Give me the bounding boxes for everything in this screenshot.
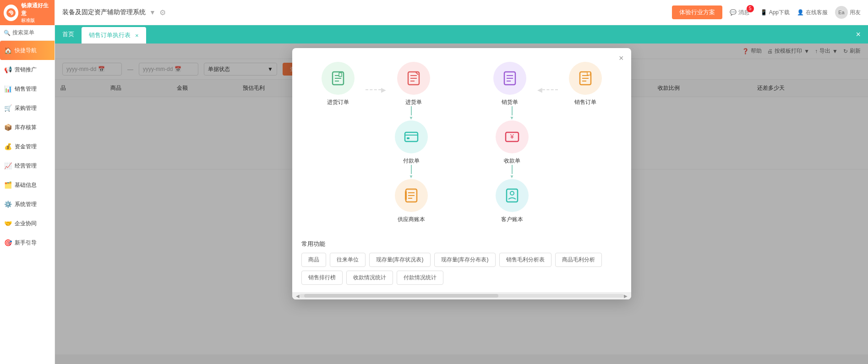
sidebar-logo: 畅康通好生意 标准版 — [0, 0, 55, 25]
app-subtitle: 标准版 — [21, 17, 51, 24]
content-area: ❓ 帮助 🖨 按模板打印 ▼ ↑ 导出 ▼ ↻ 刷新 yyyy-mm-dd � — [55, 43, 868, 364]
flow-node-supplier-ledger[interactable]: 供应商账本 — [384, 179, 439, 223]
message-badge: 5 — [747, 5, 754, 12]
sidebar-search[interactable]: 🔍 搜索菜单 — [0, 25, 55, 41]
tab-sales-order[interactable]: 销售订单执行表 × — [82, 27, 146, 43]
sidebar-nav: 🏠 快捷导航 📢 营销推广 📊 销售管理 🛒 采购管理 📦 库存核算 💰 资金管… — [0, 41, 55, 364]
sidebar-item-system[interactable]: ⚙️ 系统管理 — [0, 195, 55, 214]
svg-rect-18 — [587, 72, 590, 75]
flow-node-receipt[interactable]: ¥ 收款单 — [485, 120, 540, 165]
receipt-label: 收款单 — [504, 157, 520, 165]
tab-close-icon[interactable]: × — [135, 32, 139, 39]
quick-nav-modal: × 进货订单 — [292, 48, 631, 299]
common-functions: 常用功能 商品 往来单位 现存量(库存状况表) 现存量(库存分布表) 销售毛利分… — [292, 240, 631, 292]
nav-icon-finance: 💰 — [4, 142, 12, 151]
nav-label-9: 企业协同 — [15, 220, 37, 228]
nav-label-5: 资金管理 — [15, 143, 37, 151]
modal-overlay[interactable]: × 进货订单 — [55, 43, 868, 364]
sidebar-item-quick-nav[interactable]: 🏠 快捷导航 — [0, 41, 55, 60]
svg-rect-19 — [405, 132, 418, 141]
common-title: 常用功能 — [301, 240, 622, 248]
supplier-ledger-icon — [395, 179, 428, 212]
modal-scrollbar[interactable]: ◀ ▶ — [292, 292, 631, 299]
nav-icon-operations: 📈 — [4, 162, 12, 170]
common-btn-receipt-stats[interactable]: 收款情况统计 — [346, 271, 393, 285]
svg-text:¥: ¥ — [510, 133, 514, 140]
close-tab-btn[interactable]: × — [848, 30, 868, 39]
supplier-ledger-label: 供应商账本 — [398, 216, 425, 223]
sales-order-icon — [569, 62, 602, 95]
online-service-label: 在线客服 — [806, 9, 828, 16]
settings-icon[interactable]: ⚙ — [159, 8, 166, 17]
sidebar: 畅康通好生意 标准版 🔍 搜索菜单 🏠 快捷导航 📢 营销推广 📊 销售管理 🛒… — [0, 0, 55, 364]
purchase-bill-icon — [397, 62, 430, 95]
flow-node-purchase-bill[interactable]: 进货单 — [386, 62, 441, 106]
service-icon: 👤 — [797, 9, 804, 16]
payment-label: 付款单 — [403, 157, 420, 165]
common-btn-stock-status[interactable]: 现存量(库存状况表) — [369, 253, 431, 267]
sidebar-item-inventory[interactable]: 📦 库存核算 — [0, 118, 55, 137]
common-btn-payment-stats[interactable]: 付款情况统计 — [397, 271, 443, 285]
message-btn[interactable]: 💬 5 消息 — [730, 9, 749, 16]
modal-close-btn[interactable]: × — [619, 54, 624, 63]
nav-icon-marketing: 📢 — [4, 65, 12, 74]
topbar-actions: 体验行业方案 💬 5 消息 📱 App下载 👤 在线客服 Ea 用友 — [672, 5, 861, 19]
app-download-btn[interactable]: 📱 App下载 — [760, 9, 790, 16]
tabbar: 首页 销售订单执行表 × × — [55, 25, 868, 43]
common-btn-sales-rank[interactable]: 销售排行榜 — [301, 271, 343, 285]
flow-node-payment[interactable]: 付款单 — [384, 120, 439, 165]
purchase-bill-label: 进货单 — [405, 98, 422, 106]
nav-icon-home: 🏠 — [4, 46, 12, 54]
sales-bill-icon — [493, 62, 526, 95]
svg-rect-21 — [407, 137, 409, 139]
common-btn-product[interactable]: 商品 — [301, 253, 326, 267]
scroll-right-btn[interactable]: ▶ — [624, 293, 628, 299]
sidebar-item-guide[interactable]: 🎯 新手引导 — [0, 233, 55, 252]
tab-home[interactable]: 首页 — [55, 25, 82, 43]
svg-rect-28 — [405, 191, 407, 200]
flow-area: 进货订单 ▶ 进货单 — [292, 48, 631, 240]
dropdown-icon[interactable]: ▼ — [149, 9, 156, 16]
scrollbar-thumb[interactable] — [304, 294, 499, 298]
topbar: 装备及固定资产辅助管理系统 ▼ ⚙ 体验行业方案 💬 5 消息 📱 App下载 … — [55, 0, 868, 25]
svg-point-30 — [510, 191, 514, 195]
sidebar-item-finance[interactable]: 💰 资金管理 — [0, 137, 55, 156]
nav-label-8: 系统管理 — [15, 201, 37, 208]
sidebar-item-basic-info[interactable]: 🗂️ 基础信息 — [0, 175, 55, 195]
user-menu[interactable]: Ea 用友 — [835, 6, 861, 19]
topbar-title: 装备及固定资产辅助管理系统 ▼ ⚙ — [62, 8, 666, 17]
nav-icon-basic: 🗂️ — [4, 181, 12, 189]
scroll-left-btn[interactable]: ◀ — [296, 293, 300, 299]
common-btn-stock-dist[interactable]: 现存量(库存分布表) — [434, 253, 496, 267]
sidebar-item-marketing[interactable]: 📢 营销推广 — [0, 60, 55, 79]
customer-ledger-icon — [496, 179, 529, 212]
flow-node-sales-order[interactable]: 销售订单 — [558, 62, 613, 106]
nav-label-1: 营销推广 — [15, 66, 37, 74]
sidebar-item-purchase[interactable]: 🛒 采购管理 — [0, 98, 55, 118]
svg-point-1 — [10, 12, 12, 14]
nav-label-7: 基础信息 — [15, 181, 37, 189]
common-btns: 商品 往来单位 现存量(库存状况表) 现存量(库存分布表) 销售毛利分析表 商品… — [301, 253, 622, 285]
trial-btn[interactable]: 体验行业方案 — [672, 5, 722, 19]
main-area: 装备及固定资产辅助管理系统 ▼ ⚙ 体验行业方案 💬 5 消息 📱 App下载 … — [55, 0, 868, 364]
nav-icon-guide: 🎯 — [4, 239, 12, 247]
sidebar-item-collab[interactable]: 🤝 企业协同 — [0, 214, 55, 233]
flow-node-sales-bill[interactable]: 销货单 — [482, 62, 537, 106]
common-btn-product-margin[interactable]: 商品毛利分析 — [555, 253, 602, 267]
flow-node-customer-ledger[interactable]: 客户账本 — [485, 179, 540, 223]
tab-home-label: 首页 — [62, 30, 74, 38]
sales-order-label: 销售订单 — [574, 98, 596, 106]
sidebar-item-operations[interactable]: 📈 经营管理 — [0, 156, 55, 175]
common-btn-profit-analysis[interactable]: 销售毛利分析表 — [499, 253, 551, 267]
download-icon: 📱 — [760, 9, 767, 16]
app-name: 畅康通好生意 — [21, 2, 51, 17]
sidebar-item-sales[interactable]: 📊 销售管理 — [0, 79, 55, 98]
search-label: 搜索菜单 — [12, 29, 34, 37]
app-download-label: App下载 — [769, 9, 790, 16]
nav-label-0: 快捷导航 — [15, 47, 37, 54]
online-service-btn[interactable]: 👤 在线客服 — [797, 9, 828, 16]
common-btn-unit[interactable]: 往来单位 — [330, 253, 366, 267]
message-icon: 💬 — [730, 9, 737, 16]
customer-ledger-label: 客户账本 — [501, 216, 523, 223]
flow-node-purchase-order[interactable]: 进货订单 — [311, 62, 366, 106]
